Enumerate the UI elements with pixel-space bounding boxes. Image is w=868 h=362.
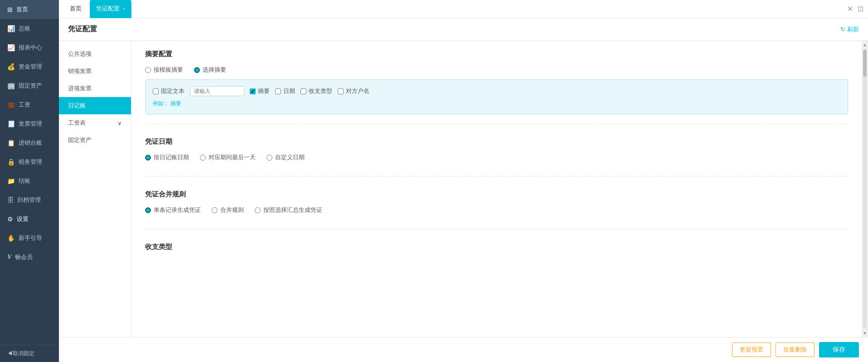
batch-delete-button[interactable]: 批量删除	[776, 342, 815, 357]
update-preview-button[interactable]: 更新预置	[732, 342, 771, 357]
invoice-mgmt-icon: 🧾	[7, 120, 15, 127]
sidebar-item-close[interactable]: 📁 结账	[0, 171, 59, 191]
scroll-track[interactable]	[863, 49, 867, 328]
page-title: 凭证配置	[68, 24, 97, 34]
page-wrapper: 凭证配置 ↻ 刷新 公共选项 销项发票 进项发票 日记账	[59, 18, 868, 362]
right-scrollbar[interactable]: ▲ ▼	[862, 41, 868, 337]
content-layout: 公共选项 销项发票 进项发票 日记账 工资表 ∨ 固定资产	[59, 41, 868, 337]
summary-section-title: 摘要配置	[145, 50, 848, 59]
voucher-date-radio-group: 按日记账日期 对应期间最后一天 自定义日期	[145, 153, 848, 161]
section-merge-rules: 凭证合并规则 单条记录生成凭证 合并规则	[145, 190, 848, 229]
left-nav-journal[interactable]: 日记账	[59, 97, 131, 114]
summary-example: 例如： 摘要	[153, 100, 840, 108]
section-summary: 摘要配置 按模板摘要 选择摘要	[145, 50, 848, 124]
sidebar-item-invoice-mgmt[interactable]: 🧾 发票管理	[0, 114, 59, 133]
sidebar-item-salary[interactable]: 💼 工资	[0, 95, 59, 114]
fixed-text-input[interactable]	[190, 86, 244, 96]
voucher-date-title: 凭证日期	[145, 137, 848, 146]
payroll-expand-icon: ∨	[117, 120, 122, 127]
checkbox-fixed-text[interactable]: 固定文本	[153, 87, 184, 95]
merge-radio-single[interactable]: 单条记录生成凭证	[145, 206, 201, 214]
main-area: 首页 凭证配置 × ✕ ⊡ 凭证配置 ↻ 刷新 公共选项	[59, 0, 868, 362]
sidebar-item-fund[interactable]: 💰 资金管理	[0, 57, 59, 76]
summary-radio-group: 按模板摘要 选择摘要	[145, 66, 848, 74]
left-nav: 公共选项 销项发票 进项发票 日记账 工资表 ∨ 固定资产	[59, 41, 131, 337]
left-nav-fixed-assets[interactable]: 固定资产	[59, 132, 131, 149]
sidebar-item-member[interactable]: V 畅会员	[0, 248, 59, 267]
left-nav-sales-invoice[interactable]: 销项发票	[59, 63, 131, 80]
purchase-sale-icon: 📋	[7, 139, 15, 147]
report-icon: 📈	[7, 44, 15, 51]
checkbox-summary[interactable]: 摘要	[250, 87, 270, 95]
summary-radio-select[interactable]: 选择摘要	[194, 66, 226, 74]
settings-icon: ⚙	[7, 215, 13, 223]
sidebar-item-ledger[interactable]: 📊 总账	[0, 19, 59, 38]
sidebar-item-guide[interactable]: ✋ 新手引导	[0, 229, 59, 248]
section-revenue-type: 收支类型	[145, 243, 848, 268]
archive-icon: 🗄	[7, 196, 14, 204]
left-nav-public[interactable]: 公共选项	[59, 45, 131, 63]
refresh-button[interactable]: ↻ 刷新	[840, 25, 859, 34]
guide-icon: ✋	[7, 235, 15, 242]
window-restore-icon[interactable]: ⊡	[858, 5, 863, 13]
ledger-icon: 📊	[7, 25, 15, 32]
close-accounts-icon: 📁	[7, 177, 15, 185]
tax-icon: 🔒	[7, 158, 15, 166]
checkbox-revenue-type[interactable]: 收支类型	[301, 87, 332, 95]
window-close-icon[interactable]: ✕	[847, 5, 853, 13]
checkbox-counterparty[interactable]: 对方户名	[338, 87, 369, 95]
right-content: 摘要配置 按模板摘要 选择摘要	[131, 41, 862, 337]
scroll-up-arrow[interactable]: ▲	[861, 41, 868, 49]
summary-options-row: 固定文本 摘要 日期	[153, 86, 840, 96]
sidebar: ⊞ 首页 📊 总账 📈 报表中心 💰 资金管理 🏢 固定资产 💼 工资 🧾 发票…	[0, 0, 59, 362]
date-radio-custom[interactable]: 自定义日期	[267, 153, 305, 161]
home-icon: ⊞	[7, 6, 13, 13]
sidebar-item-purchase-sale[interactable]: 📋 进销台账	[0, 133, 59, 152]
sidebar-item-tax[interactable]: 🔒 税务管理	[0, 152, 59, 171]
scroll-thumb[interactable]	[863, 49, 867, 77]
pin-toggle[interactable]: ◀取消固定	[0, 345, 59, 362]
summary-config-box: 固定文本 摘要 日期	[145, 79, 848, 114]
date-radio-journal[interactable]: 按日记账日期	[145, 153, 189, 161]
merge-rules-title: 凭证合并规则	[145, 190, 848, 199]
sidebar-item-archive[interactable]: 🗄 归档管理	[0, 191, 59, 210]
left-nav-purchase-invoice[interactable]: 进项发票	[59, 80, 131, 97]
page-header: 凭证配置 ↻ 刷新	[59, 18, 868, 41]
fund-icon: 💰	[7, 63, 15, 70]
date-radio-period-last[interactable]: 对应期间最后一天	[200, 153, 256, 161]
refresh-icon: ↻	[840, 26, 845, 33]
tab-voucher-config[interactable]: 凭证配置 ×	[90, 0, 131, 18]
tab-bar: 首页 凭证配置 × ✕ ⊡	[59, 0, 868, 18]
sidebar-item-settings[interactable]: ⚙ 设置	[0, 210, 59, 229]
sidebar-item-report[interactable]: 📈 报表中心	[0, 38, 59, 57]
sidebar-item-home[interactable]: ⊞ 首页	[0, 0, 59, 19]
sidebar-item-asset[interactable]: 🏢 固定资产	[0, 76, 59, 95]
left-nav-payroll[interactable]: 工资表 ∨	[59, 114, 131, 132]
member-icon: V	[7, 254, 11, 261]
tab-home[interactable]: 首页	[63, 0, 88, 18]
window-controls: ✕ ⊡	[847, 5, 863, 13]
section-voucher-date: 凭证日期 按日记账日期 对应期间最后一天	[145, 137, 848, 176]
merge-radio-select-summary[interactable]: 按照选择汇总生成凭证	[255, 206, 322, 214]
bottom-bar: 更新预置 批量删除 保存	[59, 337, 868, 362]
revenue-type-title: 收支类型	[145, 243, 848, 251]
scroll-down-arrow[interactable]: ▼	[861, 329, 868, 337]
checkbox-date[interactable]: 日期	[275, 87, 295, 95]
merge-radio-rule[interactable]: 合并规则	[212, 206, 244, 214]
salary-icon: 💼	[7, 101, 15, 108]
save-button[interactable]: 保存	[819, 342, 859, 357]
tab-close-icon[interactable]: ×	[122, 6, 125, 11]
asset-icon: 🏢	[7, 82, 15, 89]
summary-radio-template[interactable]: 按模板摘要	[145, 66, 183, 74]
merge-rules-radio-group: 单条记录生成凭证 合并规则 按照选择汇总生成凭证	[145, 206, 848, 214]
